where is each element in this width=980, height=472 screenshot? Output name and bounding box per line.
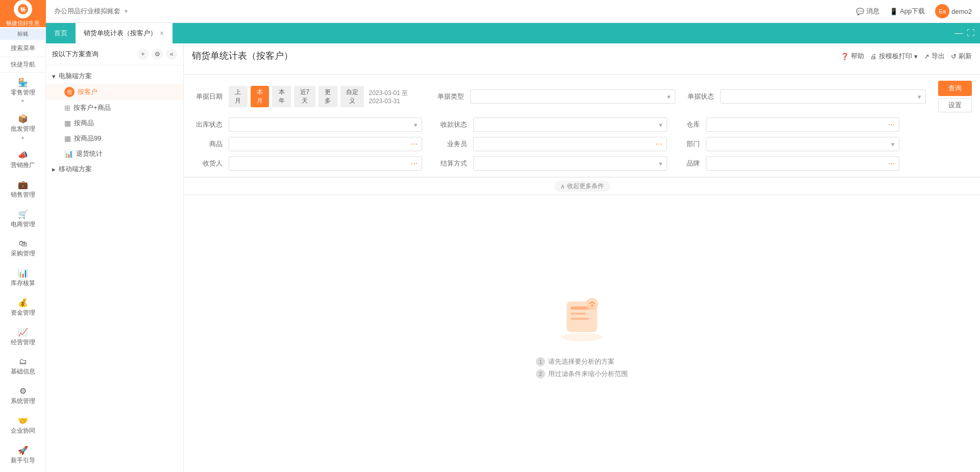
tree-item-return-stats[interactable]: 📊 退货统计	[46, 146, 183, 161]
date-btn-this-year[interactable]: 本年	[272, 86, 291, 107]
sidebar-item-label: 电商管理	[11, 220, 35, 229]
receipt-status-select[interactable]: ▾	[473, 117, 667, 132]
content-area: 按以下方案查询 + ⚙ « ▾ 电脑端方案 按	[46, 43, 980, 472]
empty-illustration	[551, 286, 612, 349]
salesperson-select[interactable]: ···	[473, 137, 667, 151]
sidebar-item-ecommerce[interactable]: 🛒 电商管理	[0, 204, 45, 234]
help-btn[interactable]: ❓ 帮助	[841, 52, 864, 61]
sidebar-item-wholesale[interactable]: 📦 批发管理 ▴	[0, 109, 45, 145]
tabs-bar: 首页 销货单统计表（按客户） × — ⛶	[46, 23, 980, 43]
tree-item-by-goods[interactable]: ▦ 按商品	[46, 115, 183, 131]
app-download-btn[interactable]: 📱 App下载	[890, 7, 925, 16]
sidebar-search[interactable]: 搜索菜单	[0, 40, 45, 57]
sidebar-item-retail[interactable]: 🏪 零售管理 ▾	[0, 73, 45, 109]
settings-btn[interactable]: 设置	[938, 98, 972, 112]
refresh-btn[interactable]: ↺ 刷新	[951, 52, 972, 61]
right-panel: 销货单统计表（按客户） ❓ 帮助 🖨 按模板打印 ▾	[184, 43, 980, 472]
template-print-btn[interactable]: 🖨 按模板打印 ▾	[870, 52, 918, 61]
brand-select[interactable]: ···	[706, 156, 899, 171]
sidebar-item-newbie[interactable]: 🚀 新手引导	[0, 440, 45, 470]
recipient-select[interactable]: ···	[229, 156, 422, 171]
order-type-label: 单据类型	[431, 92, 464, 101]
sidebar-item-operation[interactable]: 📈 经营管理	[0, 322, 45, 352]
app-download-label: App下载	[900, 7, 925, 16]
goods-select[interactable]: ···	[229, 137, 422, 151]
tab-maximize-icon[interactable]: ⛶	[967, 29, 975, 38]
download-icon: 📱	[890, 8, 898, 15]
filter-row-4: 收货人 ··· 结算方式 ▾ 品牌 ···	[192, 156, 972, 171]
date-btn-this-month[interactable]: 本月	[251, 86, 270, 107]
topbar-dropdown-icon[interactable]: ▾	[125, 8, 128, 15]
tabs-actions: — ⛶	[949, 23, 980, 43]
collapse-icon: ∧	[560, 183, 565, 190]
warehouse-dots: ···	[888, 120, 895, 129]
sidebar-item-system[interactable]: ⚙ 系统管理	[0, 381, 45, 411]
sidebar-item-marketing[interactable]: 📣 营销推广	[0, 145, 45, 175]
collapse-btn[interactable]: ∧ 收起更多条件	[554, 181, 610, 192]
tree-item-by-customer[interactable]: 按 按客户	[46, 84, 183, 100]
settings-scheme-btn[interactable]: ⚙	[152, 49, 163, 60]
tree-item-label: 按商品99	[74, 134, 101, 143]
collapse-bar: ∧ 收起更多条件	[184, 177, 980, 195]
active-tab-label: 销货单统计表（按客户）	[84, 29, 157, 38]
sidebar-item-purchase[interactable]: 🛍 采购管理	[0, 234, 45, 263]
messages-btn[interactable]: 💬 消息	[856, 7, 879, 16]
order-status-select[interactable]: ▾	[720, 89, 926, 104]
tab-active[interactable]: 销货单统计表（按客户） ×	[76, 23, 173, 43]
sidebar-item-label: 销售管理	[11, 191, 35, 199]
add-scheme-btn[interactable]: +	[137, 49, 149, 60]
date-btn-last-month[interactable]: 上月	[229, 86, 248, 107]
print-dropdown-icon: ▾	[914, 53, 918, 60]
header-actions: ❓ 帮助 🖨 按模板打印 ▾ ↗ 导出	[841, 52, 972, 61]
filter-area: 单据日期 上月 本月 本年 近7天 更多 自定义 2023-03-01 至 20…	[184, 75, 980, 177]
out-status-label: 出库状态	[192, 120, 223, 129]
receipt-status-label: 收款状态	[434, 120, 467, 129]
sidebar-item-inventory[interactable]: 📊 库存核算	[0, 263, 45, 293]
tree-parent-mobile[interactable]: ▸ 移动端方案	[46, 161, 183, 177]
template-print-label: 按模板打印	[879, 52, 912, 61]
sidebar-item-enterprise[interactable]: 🤝 企业协同	[0, 411, 45, 440]
tree-item-by-goods99[interactable]: ▦ 按商品99	[46, 131, 183, 146]
department-label: 部门	[679, 139, 700, 149]
sales-icon: 💼	[18, 180, 28, 190]
date-btn-custom[interactable]: 自定义	[340, 86, 364, 107]
tab-home[interactable]: 首页	[46, 23, 76, 43]
tip-text-1: 请先选择要分析的方案	[548, 357, 615, 366]
ecommerce-icon: 🛒	[18, 209, 28, 219]
export-btn[interactable]: ↗ 导出	[924, 52, 945, 61]
date-btn-7days[interactable]: 近7天	[294, 86, 315, 107]
date-btn-more[interactable]: 更多	[318, 86, 337, 107]
search-menu-label[interactable]: 搜索菜单	[0, 44, 45, 53]
out-status-select[interactable]: ▾	[229, 117, 422, 132]
tab-close-icon[interactable]: ×	[160, 29, 164, 37]
inventory-icon: 📊	[18, 268, 28, 278]
settlement-select[interactable]: ▾	[473, 156, 667, 171]
sidebar-item-basic[interactable]: 🗂 基础信息	[0, 352, 45, 381]
tree-item-by-customer-goods[interactable]: ⊞ 按客户+商品	[46, 100, 183, 115]
left-panel-header: 按以下方案查询 + ⚙ «	[46, 43, 183, 65]
print-icon: 🖨	[870, 53, 877, 60]
sidebar-item-finance[interactable]: 💰 资金管理	[0, 293, 45, 322]
date-range-text: 2023-03-01 至 2023-03-31	[369, 89, 425, 105]
order-type-select[interactable]: ▾	[470, 89, 676, 104]
warehouse-select[interactable]: ···	[706, 117, 899, 132]
department-select[interactable]: ▾	[706, 137, 899, 151]
svg-rect-5	[571, 313, 586, 315]
collapse-panel-btn[interactable]: «	[166, 49, 177, 60]
query-btn[interactable]: 查询	[938, 81, 972, 96]
sidebar-item-apps[interactable]: 📱 应用中心	[0, 470, 45, 472]
svg-point-2	[561, 333, 602, 341]
sidebar-item-label: 资金管理	[11, 309, 35, 317]
svg-text:畅: 畅	[20, 7, 26, 12]
svg-point-8	[591, 304, 593, 306]
tab-minimize-icon[interactable]: —	[954, 29, 963, 38]
filter-row-1: 单据日期 上月 本月 本年 近7天 更多 自定义 2023-03-01 至 20…	[192, 81, 972, 112]
recipient-dots: ···	[411, 159, 418, 168]
goods99-icon: ▦	[64, 134, 71, 143]
return-stats-icon: 📊	[64, 150, 73, 158]
retail-icon: 🏪	[18, 78, 28, 87]
tree-parent-desktop[interactable]: ▾ 电脑端方案	[46, 68, 183, 84]
tree-parent-label: 电脑端方案	[59, 72, 92, 81]
sidebar-item-sales[interactable]: 💼 销售管理	[0, 175, 45, 204]
user-menu[interactable]: Ea demo2	[935, 4, 972, 18]
